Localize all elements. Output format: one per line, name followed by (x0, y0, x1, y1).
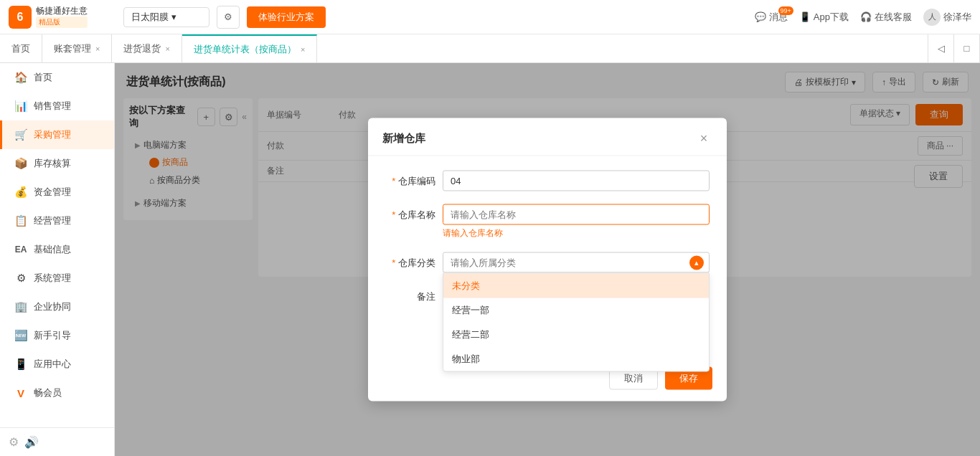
dropdown-item-dept3[interactable]: 物业部 (443, 347, 709, 371)
trial-button[interactable]: 体验行业方案 (247, 6, 326, 28)
sidebar-enterprise-label: 企业协同 (34, 300, 71, 313)
sidebar-item-system[interactable]: ⚙ 系统管理 (0, 264, 114, 293)
app-name: 畅捷通好生意 (36, 6, 88, 17)
home-icon: 🏠 (14, 70, 28, 85)
settings-bottom-icon[interactable]: ⚙ (9, 435, 19, 449)
sidebar-system-label: 系统管理 (34, 272, 71, 285)
tab-bar-right: ◁ □ (928, 34, 980, 63)
sidebar-operations-label: 经营管理 (34, 214, 71, 227)
sidebar-item-operations[interactable]: 📋 经营管理 (0, 206, 114, 235)
sidebar-sales-label: 销售管理 (34, 100, 71, 113)
sidebar-appcenter-label: 应用中心 (34, 358, 71, 371)
sidebar-item-home[interactable]: 🏠 首页 (0, 63, 114, 92)
top-header: 6 畅捷通好生意 精品版 日太阳膜 ▾ ⚙ 体验行业方案 💬 消息 99+ 📱 … (0, 0, 980, 34)
dropdown-item-dept2[interactable]: 经营二部 (443, 323, 709, 347)
basic-icon: EA (14, 242, 28, 257)
system-icon: ⚙ (14, 271, 28, 285)
tab-purchase-stats[interactable]: 进货单统计表（按商品） × (182, 34, 317, 62)
tab-purchase-stats-label: 进货单统计表（按商品） (194, 43, 296, 56)
sidebar-item-basic[interactable]: EA 基础信息 (0, 235, 114, 264)
logo-area: 6 畅捷通好生意 精品版 (9, 6, 116, 29)
warehouse-code-input-wrap (443, 171, 710, 191)
warehouse-category-label: 仓库分类 (385, 252, 435, 270)
tab-purchase-stats-close-icon[interactable]: × (301, 45, 305, 54)
app-download-button[interactable]: 📱 App下载 (799, 11, 849, 24)
online-service-button[interactable]: 🎧 在线客服 (860, 11, 912, 24)
inventory-icon: 📦 (14, 156, 28, 171)
user-menu[interactable]: 人 徐泽华 (923, 9, 971, 26)
tab-prev-icon[interactable]: ◁ (928, 34, 954, 63)
tab-home-label: 首页 (11, 42, 30, 55)
appcenter-icon: 📱 (14, 357, 28, 371)
message-icon: 💬 (755, 11, 766, 22)
gear-icon: ⚙ (224, 11, 232, 22)
sidebar-bottom: ⚙ 🔊 (0, 427, 114, 456)
app-logo-icon: 6 (9, 6, 32, 29)
sidebar-item-enterprise[interactable]: 🏢 企业协同 (0, 293, 114, 321)
form-row-category: 仓库分类 ▴ 未分类 经营一部 经营二部 物业部 (385, 252, 710, 273)
messages-button[interactable]: 💬 消息 99+ (755, 11, 788, 24)
warehouse-code-label: 仓库编码 (385, 171, 435, 188)
warehouse-name-label: 仓库名称 (385, 204, 435, 222)
sidebar-basic-label: 基础信息 (34, 243, 71, 256)
tab-account[interactable]: 账套管理 × (42, 34, 112, 62)
sidebar-item-sales[interactable]: 📊 销售管理 (0, 92, 114, 120)
sales-icon: 📊 (14, 99, 28, 113)
purchase-icon: 🛒 (14, 128, 28, 142)
enterprise-icon: 🏢 (14, 300, 28, 314)
new-warehouse-dialog: 新增仓库 × 仓库编码 仓库名称 (368, 118, 727, 402)
tab-purchase-return-close-icon[interactable]: × (165, 44, 169, 53)
warehouse-name-error-msg: 请输入仓库名称 (443, 227, 710, 239)
tab-account-label: 账套管理 (54, 42, 91, 55)
warehouse-category-input[interactable] (443, 252, 710, 273)
headset-icon: 🎧 (860, 11, 872, 22)
app-icon: 📱 (799, 11, 811, 22)
sidebar-guide-label: 新手引导 (34, 329, 71, 342)
volume-icon[interactable]: 🔊 (24, 435, 39, 449)
app-badge: 精品版 (36, 16, 88, 28)
warehouse-name-input-wrap: 请输入仓库名称 (443, 204, 710, 239)
settings-button[interactable]: ⚙ (217, 6, 240, 29)
tab-home[interactable]: 首页 (0, 34, 42, 62)
form-row-name: 仓库名称 请输入仓库名称 (385, 204, 710, 239)
sidebar-inventory-label: 库存核算 (34, 157, 71, 170)
sidebar-item-guide[interactable]: 🆕 新手引导 (0, 321, 114, 350)
form-row-code: 仓库编码 (385, 171, 710, 191)
header-right: 💬 消息 99+ 📱 App下载 🎧 在线客服 人 徐泽华 (755, 9, 971, 26)
category-dropdown: 未分类 经营一部 经营二部 物业部 (443, 273, 710, 372)
modal-backdrop[interactable]: 新增仓库 × 仓库编码 仓库名称 (115, 63, 980, 456)
tab-bar: 首页 账套管理 × 进货退货 × 进货单统计表（按商品） × ◁ □ (0, 34, 980, 63)
sidebar-item-purchase[interactable]: 🛒 采购管理 (0, 120, 114, 149)
store-chevron-down-icon: ▾ (171, 11, 176, 22)
sidebar-item-inventory[interactable]: 📦 库存核算 (0, 149, 114, 178)
warehouse-code-input[interactable] (443, 171, 710, 191)
sidebar: 🏠 首页 📊 销售管理 🛒 采购管理 📦 库存核算 💰 资金管理 📋 经营管理 … (0, 63, 115, 456)
message-badge: 99+ (778, 6, 793, 15)
vip-icon: V (14, 386, 28, 400)
dropdown-item-unclassified[interactable]: 未分类 (443, 274, 709, 298)
dialog-close-button[interactable]: × (695, 130, 712, 147)
warehouse-name-input[interactable] (443, 204, 710, 225)
tab-expand-icon[interactable]: □ (954, 34, 980, 63)
category-chevron-up-icon[interactable]: ▴ (689, 255, 704, 270)
sidebar-item-finance[interactable]: 💰 资金管理 (0, 178, 114, 206)
dropdown-item-dept1[interactable]: 经营一部 (443, 298, 709, 323)
main-layout: 🏠 首页 📊 销售管理 🛒 采购管理 📦 库存核算 💰 资金管理 📋 经营管理 … (0, 63, 980, 456)
store-selector[interactable]: 日太阳膜 ▾ (123, 7, 209, 27)
warehouse-category-wrap: ▴ 未分类 经营一部 经营二部 物业部 (443, 252, 710, 273)
dialog-title: 新增仓库 (382, 131, 425, 145)
dialog-header: 新增仓库 × (368, 118, 727, 156)
sidebar-home-label: 首页 (34, 71, 52, 84)
tab-purchase-return-label: 进货退货 (123, 42, 161, 55)
sidebar-vip-label: 畅会员 (34, 386, 62, 399)
sidebar-item-appcenter[interactable]: 📱 应用中心 (0, 350, 114, 379)
sidebar-item-vip[interactable]: V 畅会员 (0, 379, 114, 407)
dialog-body: 仓库编码 仓库名称 请输入仓库名称 (368, 156, 727, 358)
tab-account-close-icon[interactable]: × (95, 44, 100, 53)
tab-purchase-return[interactable]: 进货退货 × (112, 34, 182, 62)
finance-icon: 💰 (14, 185, 28, 199)
operations-icon: 📋 (14, 214, 28, 228)
remarks-label: 备注 (385, 286, 435, 303)
store-name: 日太阳膜 (131, 11, 169, 24)
avatar: 人 (923, 9, 941, 26)
